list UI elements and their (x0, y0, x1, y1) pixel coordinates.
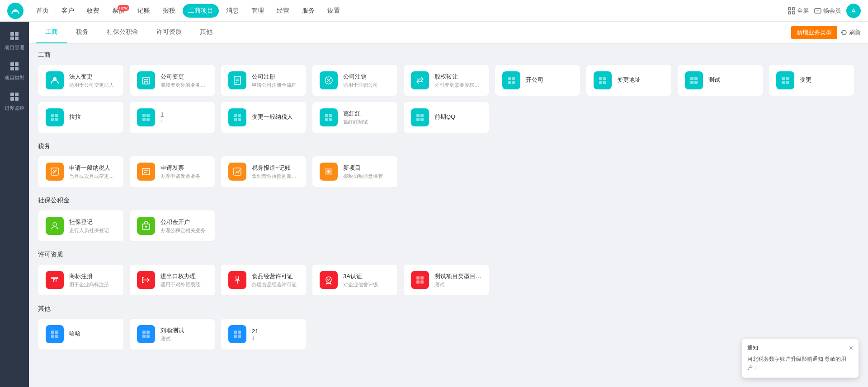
section-税务: 税务申请一般纳税人当月或次月成变更完成申请发票办理申请发票业务税务报道+记账拿到… (38, 142, 859, 187)
svg-rect-65 (142, 168, 150, 175)
card-葛红红[interactable]: 葛红红葛红红测试 (312, 102, 398, 133)
nav-item-服务[interactable]: 服务 (297, 4, 320, 18)
card-变更地址[interactable]: 变更地址 (586, 65, 672, 96)
svg-rect-37 (694, 77, 698, 80)
svg-rect-56 (325, 114, 328, 117)
card-info: 法人变更适用于公司变更法人 (69, 73, 116, 89)
card-name: 公积金开户 (160, 218, 208, 226)
nav-item-票据[interactable]: 票据new (107, 4, 130, 18)
card-21[interactable]: 211 (221, 318, 307, 350)
fullscreen-btn[interactable]: 全屏 (788, 7, 809, 15)
card-股权转让[interactable]: 股权转让公司变更需要股权转让 (403, 65, 489, 96)
svg-rect-48 (142, 114, 146, 117)
logo[interactable] (7, 3, 24, 19)
card-desc: 1 (160, 119, 208, 124)
card-1[interactable]: 11 (129, 102, 215, 133)
svg-rect-2 (788, 8, 791, 10)
card-税务报道+记账[interactable]: 税务报道+记账拿到营业执照的新公司 (221, 156, 307, 187)
svg-rect-34 (599, 81, 602, 84)
card-公司注销[interactable]: 公司注销适用于注销公司 (312, 65, 398, 96)
nav-item-设置[interactable]: 设置 (322, 4, 345, 18)
card-申请一般纳税人[interactable]: 申请一般纳税人当月或次月成变更完成 (38, 156, 124, 187)
grid-icon (502, 71, 520, 89)
card-name: 股权转让 (434, 73, 481, 81)
card-拉拉[interactable]: 拉拉 (38, 102, 124, 133)
card-公积金开户[interactable]: 公积金开户办理公积金相关业务 (129, 210, 215, 242)
sidebar-item-进度监控[interactable]: 进度监控 (0, 86, 29, 116)
grid-icon (228, 325, 246, 343)
svg-rect-12 (15, 62, 19, 66)
card-商标注册[interactable]: 商标注册用于企业商标注册服务 (38, 264, 124, 296)
card-食品经营许可证[interactable]: 食品经营许可证办理食品经营许可证 (221, 264, 307, 296)
card-变更一般纳税人[interactable]: 变更一般纳税人 (221, 102, 307, 133)
cards-grid: 商标注册用于企业商标注册服务进出口权办理适用于对外贸易经营者食品经营许可证办理食… (38, 264, 859, 296)
card-info: 开公司 (526, 76, 573, 85)
card-申请发票[interactable]: 申请发票办理申请发票业务 (129, 156, 215, 187)
card-desc: 用于企业商标注册服务 (69, 281, 116, 288)
nav-item-报税[interactable]: 报税 (157, 4, 181, 18)
main-layout: 项目管理项目类型进度监控 工商税务社保公积金许可资质其他 新增业务类型 刷新 工… (0, 22, 868, 387)
card-开公司[interactable]: 开公司 (495, 65, 580, 96)
card-name: 变更一般纳税人 (252, 113, 299, 121)
card-新项目[interactable]: 新项目报税加税控盘保管 (312, 156, 398, 187)
person-icon (46, 71, 64, 89)
tab-工商[interactable]: 工商 (36, 22, 67, 43)
tab-许可资质[interactable]: 许可资质 (147, 22, 191, 43)
svg-rect-44 (51, 114, 54, 117)
card-法人变更[interactable]: 法人变更适用于公司变更法人 (38, 65, 124, 96)
svg-rect-8 (15, 32, 19, 36)
svg-rect-86 (234, 331, 237, 334)
refresh-button[interactable]: 刷新 (841, 28, 861, 37)
card-刘聪测试[interactable]: 刘聪测试测试 (129, 318, 215, 350)
card-哈哈[interactable]: 哈哈 (38, 318, 124, 350)
tab-其他[interactable]: 其他 (191, 22, 222, 43)
svg-rect-60 (416, 114, 420, 117)
new-type-button[interactable]: 新增业务类型 (791, 26, 837, 39)
member-btn[interactable]: 畅会员 (814, 7, 841, 15)
nav-item-首页[interactable]: 首页 (31, 4, 54, 18)
card-前期QQ[interactable]: 前期QQ (403, 102, 489, 133)
card-name: 变更地址 (617, 76, 664, 84)
card-name: 1 (160, 111, 208, 118)
avatar[interactable]: A (846, 4, 861, 18)
sidebar-item-项目管理[interactable]: 项目管理 (0, 25, 29, 56)
nav-item-经营[interactable]: 经营 (271, 4, 295, 18)
nav-item-工商项目[interactable]: 工商项目 (183, 4, 219, 18)
svg-rect-81 (55, 335, 58, 338)
card-name: 3A认证 (343, 272, 390, 280)
svg-rect-42 (782, 81, 785, 84)
card-info: 211 (252, 328, 299, 341)
tabs-bar: 工商税务社保公积金许可资质其他 新增业务类型 刷新 (29, 22, 868, 44)
svg-rect-39 (694, 81, 698, 84)
svg-rect-55 (238, 118, 241, 121)
svg-rect-49 (146, 114, 150, 117)
close-icon[interactable]: × (849, 344, 853, 352)
nav-item-管理[interactable]: 管理 (246, 4, 269, 18)
tag-icon (8, 60, 21, 73)
card-公司变更[interactable]: 公司变更股权变更外的业务变更 (129, 65, 215, 96)
card-公司注册[interactable]: 公司注册申请公司注册全流程 (221, 65, 307, 96)
sidebar-item-项目类型[interactable]: 项目类型 (0, 56, 29, 86)
card-name: 公司注销 (343, 73, 390, 81)
cards-grid: 法人变更适用于公司变更法人公司变更股权变更外的业务变更公司注册申请公司注册全流程… (38, 65, 859, 133)
scroll-content: 工商法人变更适用于公司变更法人公司变更股权变更外的业务变更公司注册申请公司注册全… (29, 44, 868, 387)
card-info: 税务报道+记账拿到营业执照的新公司 (252, 164, 299, 180)
card-info: 公积金开户办理公积金相关业务 (160, 218, 208, 234)
card-3A认证[interactable]: 3A认证对企业信誉评级 (312, 264, 398, 296)
svg-rect-77 (420, 280, 424, 284)
card-name: 拉拉 (69, 113, 116, 121)
card-社保登记[interactable]: 社保登记进行人员社保登记 (38, 210, 124, 242)
tab-社保公积金[interactable]: 社保公积金 (98, 22, 147, 43)
card-测试项目类型目定义[interactable]: 测试项目类型目定义测试 (403, 264, 489, 296)
card-测试[interactable]: 测试 (677, 65, 763, 96)
card-info: 公司注册申请公司注册全流程 (252, 73, 299, 89)
nav-item-消息[interactable]: 消息 (221, 4, 244, 18)
nav-item-客户[interactable]: 客户 (56, 4, 80, 18)
nav-item-记账[interactable]: 记账 (132, 4, 156, 18)
tab-税务[interactable]: 税务 (67, 22, 98, 43)
card-进出口权办理[interactable]: 进出口权办理适用于对外贸易经营者 (129, 264, 215, 296)
nav-item-收费[interactable]: 收费 (81, 4, 105, 18)
svg-rect-45 (55, 114, 58, 117)
svg-rect-59 (329, 118, 332, 121)
card-变更[interactable]: 变更 (769, 65, 854, 96)
